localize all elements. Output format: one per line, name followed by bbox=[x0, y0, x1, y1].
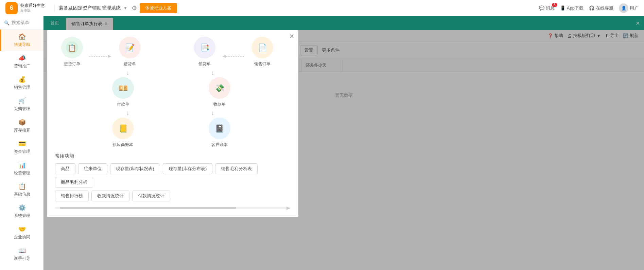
sales-bill-circle: 📑 bbox=[194, 37, 215, 58]
flow-node-payment[interactable]: 💴 付款单 bbox=[106, 77, 140, 107]
search-icon: 🔍 bbox=[4, 20, 10, 25]
arrow-svg-2 bbox=[222, 54, 245, 59]
user-item[interactable]: 👤 用户 bbox=[619, 3, 639, 13]
btn-stock-distribution[interactable]: 现存量(库存分布表) bbox=[163, 163, 213, 174]
sidebar-item-label: 企业协同 bbox=[14, 234, 30, 240]
inventory-icon: 📦 bbox=[18, 119, 26, 126]
supplier-account-label: 供应商账本 bbox=[113, 142, 133, 148]
sidebar-item-sales[interactable]: 💰 销售管理 bbox=[0, 72, 43, 94]
scrollbar-track[interactable]: ▶ bbox=[55, 207, 290, 209]
top-bar: 6 畅康通好生意 标准版 装备及固定资产辅助管理系统 ▼ ⚙ 体验行业方案 💬 … bbox=[0, 0, 644, 16]
finance-icon: 💳 bbox=[18, 140, 26, 147]
logo-icon: 6 bbox=[5, 2, 18, 14]
newcomer-icon: 📖 bbox=[18, 247, 26, 254]
down-arrow-payment: ↓ bbox=[117, 110, 139, 116]
modal-overlay: ✕ 📋 进货订单 bbox=[43, 16, 644, 270]
flow-node-purchase-bill[interactable]: 📝 进货单 bbox=[113, 37, 147, 67]
sidebar-item-system[interactable]: ⚙️ 系统管理 bbox=[0, 201, 43, 222]
online-service-item[interactable]: 🎧 在线客服 bbox=[589, 5, 613, 11]
svg-text:📄: 📄 bbox=[258, 43, 267, 52]
sidebar-item-label: 快捷导航 bbox=[14, 42, 30, 48]
svg-text:📋: 📋 bbox=[68, 44, 76, 52]
down-arrow-receipt: ↓ bbox=[202, 110, 224, 116]
divider-1 bbox=[54, 5, 55, 12]
btn-sales-ranking[interactable]: 销售排行榜 bbox=[55, 191, 89, 201]
sidebar-item-quick-nav[interactable]: 🏠 快捷导航 bbox=[0, 30, 43, 51]
down-arrows-row: ↓ ↓ bbox=[55, 70, 290, 76]
svg-marker-7 bbox=[222, 55, 226, 58]
receipt-label: 收款单 bbox=[213, 102, 226, 107]
supplier-account-circle: 📒 bbox=[112, 118, 134, 139]
sidebar-item-inventory[interactable]: 📦 库存核算 bbox=[0, 115, 43, 137]
avatar: 👤 bbox=[619, 3, 628, 13]
sidebar-item-enterprise[interactable]: 🤝 企业协同 bbox=[0, 222, 43, 244]
payment-svg: 💴 bbox=[117, 82, 129, 94]
top-bar-right: 💬 消息 5 📱 App下载 🎧 在线客服 👤 用户 bbox=[539, 3, 639, 13]
sidebar-item-label: 经营管理 bbox=[14, 170, 30, 176]
sidebar-item-marketing[interactable]: 📣 营销推广 bbox=[0, 51, 43, 72]
spacer-arrow-4 bbox=[139, 110, 202, 116]
scrollbar-thumb bbox=[60, 207, 236, 209]
settings-icon[interactable]: ⚙ bbox=[132, 4, 137, 12]
message-item[interactable]: 💬 消息 5 bbox=[539, 5, 555, 11]
btn-payment-stats[interactable]: 付款情况统计 bbox=[132, 191, 170, 201]
btn-product[interactable]: 商品 bbox=[55, 163, 75, 174]
purchase-order-svg: 📋 bbox=[66, 41, 78, 54]
sidebar-item-basic-info[interactable]: 📋 基础信息 bbox=[0, 179, 43, 201]
supplier-svg: 📒 bbox=[117, 122, 129, 134]
sidebar-item-newcomer[interactable]: 📖 新手引导 bbox=[0, 244, 43, 265]
sidebar-item-purchase[interactable]: 🛒 采购管理 bbox=[0, 94, 43, 115]
btn-counterpart[interactable]: 往来单位 bbox=[78, 163, 107, 174]
modal-scrollbar: ▶ bbox=[47, 205, 298, 212]
customer-svg: 📓 bbox=[213, 122, 226, 134]
purchase-order-icon: 📋 bbox=[61, 37, 83, 58]
sidebar-item-finance[interactable]: 💳 资金管理 bbox=[0, 137, 43, 158]
trial-button[interactable]: 体验行业方案 bbox=[140, 3, 177, 13]
arrow-svg-1 bbox=[89, 54, 113, 59]
flow-node-purchase-order[interactable]: 📋 进货订单 bbox=[55, 37, 89, 67]
sidebar-item-operations[interactable]: 📊 经营管理 bbox=[0, 158, 43, 179]
sidebar-item-label: 营销推广 bbox=[14, 63, 30, 69]
btn-product-profit[interactable]: 商品毛利分析 bbox=[55, 177, 93, 188]
dropdown-icon[interactable]: ▼ bbox=[123, 6, 127, 11]
modal-close-icon[interactable]: ✕ bbox=[289, 33, 294, 40]
sidebar-item-label: 新手引导 bbox=[14, 256, 30, 262]
app-download-label: App下载 bbox=[567, 5, 584, 11]
sales-order-svg: 📄 bbox=[256, 41, 268, 54]
flow-node-receipt[interactable]: 💸 收款单 bbox=[203, 77, 237, 107]
svg-text:💴: 💴 bbox=[119, 84, 128, 93]
flow-node-sales-order[interactable]: 📄 销售订单 bbox=[245, 37, 279, 67]
sidebar: 🔍 搜索菜单 🏠 快捷导航 📣 营销推广 💰 销售管理 🛒 采购管理 📦 bbox=[0, 16, 43, 270]
message-icon: 💬 bbox=[539, 5, 544, 11]
flow-node-customer-account[interactable]: 📓 客户账本 bbox=[203, 118, 237, 148]
btn-sales-profit[interactable]: 销售毛利分析表 bbox=[215, 163, 258, 174]
svg-text:📑: 📑 bbox=[200, 43, 210, 52]
common-btns-row-1: 商品 往来单位 现存量(库存状况表) 现存量(库存分布表) 销售毛利分析表 商品… bbox=[55, 163, 290, 188]
scroll-right-icon[interactable]: ▶ bbox=[286, 205, 290, 211]
common-section-title: 常用功能 bbox=[55, 153, 290, 159]
sales-bill-svg: 📑 bbox=[198, 41, 211, 54]
search-menu[interactable]: 🔍 搜索菜单 bbox=[0, 16, 43, 30]
online-service-label: 在线客服 bbox=[596, 5, 613, 11]
logo-sub: 标准版 bbox=[20, 8, 45, 13]
btn-receipt-stats[interactable]: 收款情况统计 bbox=[91, 191, 129, 201]
sidebar-item-label: 系统管理 bbox=[14, 213, 30, 219]
customer-account-circle: 📓 bbox=[209, 118, 230, 139]
svg-text:📒: 📒 bbox=[119, 124, 128, 133]
common-btns-row-2: 销售排行榜 收款情况统计 付款情况统计 bbox=[55, 191, 290, 201]
search-label: 搜索菜单 bbox=[12, 20, 29, 26]
sidebar-item-label: 基础信息 bbox=[14, 192, 30, 197]
flow-node-sales-bill[interactable]: 📑 销货单 bbox=[188, 37, 222, 67]
purchase-bill-svg: 📝 bbox=[124, 41, 136, 54]
svg-text:💸: 💸 bbox=[215, 84, 225, 93]
marketing-icon: 📣 bbox=[18, 54, 26, 62]
user-name: 用户 bbox=[630, 5, 639, 11]
service-icon: 🎧 bbox=[589, 5, 594, 11]
btn-stock-status[interactable]: 现存量(库存状况表) bbox=[110, 163, 160, 174]
enterprise-icon: 🤝 bbox=[18, 226, 26, 233]
app-download-item[interactable]: 📱 App下载 bbox=[560, 5, 584, 11]
svg-marker-3 bbox=[108, 55, 111, 58]
flow-node-supplier-account[interactable]: 📒 供应商账本 bbox=[106, 118, 140, 148]
system-name: 装备及固定资产辅助管理系统 bbox=[59, 5, 121, 11]
message-badge: 5 bbox=[552, 3, 557, 7]
